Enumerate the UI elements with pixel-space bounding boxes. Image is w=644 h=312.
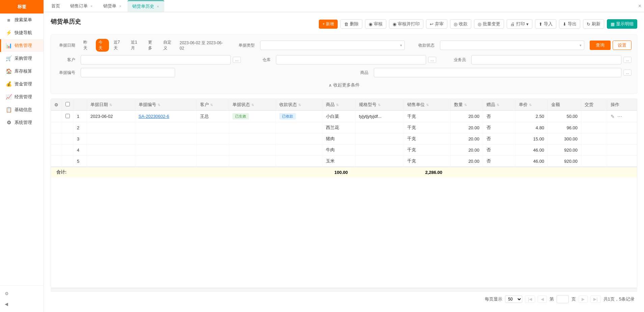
page-title: 销货单历史 (51, 18, 81, 26)
th-payment-status[interactable]: 收款状态 ⇅ (276, 99, 322, 111)
sidebar-item-quick-nav[interactable]: ⚡ 快捷导航 (0, 26, 44, 39)
sidebar-item-system-mgmt[interactable]: ⚙ 系统管理 (0, 116, 44, 129)
th-customer[interactable]: 客户 ⇅ (197, 99, 229, 111)
setting-button[interactable]: 设置 (613, 41, 632, 50)
th-doc-date[interactable]: 单据日期 ⇅ (87, 99, 135, 111)
th-spec-type[interactable]: 规格型号 ⇅ (355, 99, 404, 111)
content-area: 销货单历史 + 新增 🗑 删除 ◉ 审核 ◉ 审核并打印 ↩ 弃审 (44, 12, 644, 312)
print-button[interactable]: 🖨 打印 ▾ (507, 19, 532, 29)
sidebar-item-inventory[interactable]: 🏠 库存核算 (0, 65, 44, 78)
date-tag-custom[interactable]: 自定义 (161, 39, 177, 52)
date-tag-7days[interactable]: 近7天 (111, 39, 126, 52)
import-button[interactable]: ⬆ 导入 (535, 19, 556, 29)
warehouse-ellipsis[interactable]: ... (428, 57, 436, 63)
edit-icon[interactable]: ✎ (611, 114, 615, 119)
delete-button[interactable]: 🗑 删除 (340, 19, 362, 29)
gear-icon: ⚙ (5, 291, 9, 296)
salesperson-ellipsis[interactable]: ... (623, 57, 632, 63)
sidebar-item-search-menu[interactable]: ≡ 搜索菜单 (0, 14, 44, 26)
last-page-button[interactable]: ▶| (590, 295, 600, 303)
tab-sales-delivery-close[interactable]: × (118, 4, 122, 8)
td-payment-status (276, 156, 322, 167)
payment-status-wrapper (440, 41, 584, 50)
review-icon: ◉ (369, 22, 372, 27)
td-seq: 2 (74, 122, 87, 133)
first-page-button[interactable]: |◀ (525, 295, 535, 303)
td-goods: 玉米 (323, 156, 356, 167)
batch-change-button[interactable]: ◎ 批量变更 (474, 19, 504, 29)
date-tag-today[interactable]: 今天 (96, 39, 109, 52)
sidebar-item-purchase-mgmt[interactable]: 🛒 采购管理 (0, 52, 44, 65)
doc-type-label: 单据类型 (236, 43, 255, 48)
goods-ellipsis[interactable]: ... (623, 70, 632, 76)
filter-area: 单据日期 昨天 今天 近7天 近1月 更多 自定义 2023-06-02 至 2… (51, 34, 637, 94)
doc-no-input[interactable] (81, 68, 175, 77)
td-checkbox (62, 145, 74, 156)
sidebar-settings-btn[interactable]: ⚙ (0, 288, 44, 299)
sidebar-collapse-btn[interactable]: ◀ (0, 299, 44, 309)
tab-sales-order-close[interactable]: × (90, 4, 93, 8)
th-gear[interactable]: ⚙ (51, 99, 62, 111)
td-gift: 否 (483, 156, 515, 167)
tab-sales-order[interactable]: 销售订单 × (65, 0, 98, 12)
customer-ellipsis[interactable]: ... (233, 57, 241, 63)
discard-button[interactable]: ↩ 弃审 (426, 19, 447, 29)
tab-bar-close-all[interactable]: × (638, 3, 641, 9)
warehouse-input[interactable] (276, 55, 426, 64)
query-button[interactable]: 查询 (590, 41, 611, 50)
date-tag-1month[interactable]: 近1月 (128, 39, 143, 52)
tab-sales-history[interactable]: 销货单历史 × (128, 0, 164, 12)
th-doc-status[interactable]: 单据状态 ⇅ (229, 99, 276, 111)
sidebar-item-base-info[interactable]: 📋 基础信息 (0, 103, 44, 116)
td-spec-type: tyjytjytyjdf... (355, 111, 404, 122)
doc-no-link[interactable]: SA-20230602-6 (139, 114, 169, 119)
next-page-button[interactable]: ▶ (579, 295, 588, 303)
td-gift: 否 (483, 122, 515, 133)
new-button[interactable]: + 新增 (319, 20, 338, 29)
refresh-button[interactable]: ↻ 刷新 (583, 19, 604, 29)
collect-button[interactable]: ◎ 收款 (450, 19, 471, 29)
th-gift[interactable]: 赠品 ⇅ (483, 99, 515, 111)
horizontal-scrollbar[interactable] (51, 288, 637, 291)
sidebar-item-sales-mgmt[interactable]: 📊 销售管理 (0, 39, 44, 52)
th-sale-unit[interactable]: 销售单位 ⇅ (404, 99, 450, 111)
date-tag-more[interactable]: 更多 (145, 39, 159, 52)
export-button[interactable]: ⬇ 导出 (559, 19, 580, 29)
per-page-label: 每页显示 (485, 296, 502, 302)
td-qty: 20.00 (450, 111, 483, 122)
salesperson-input[interactable] (471, 55, 621, 64)
row-checkbox[interactable] (65, 114, 70, 118)
show-detail-button[interactable]: ▦ 显示明细 (607, 19, 637, 29)
payment-status-select[interactable] (440, 41, 584, 50)
goods-input[interactable] (374, 68, 621, 77)
review-print-button[interactable]: ◉ 审核并打印 (389, 19, 423, 29)
sidebar-item-label: 经营管理 (15, 94, 32, 100)
tab-sales-delivery[interactable]: 销货单 × (99, 0, 127, 12)
th-qty[interactable]: 数量 ⇅ (450, 99, 483, 111)
per-page-select[interactable]: 50 100 (505, 295, 522, 303)
more-icon[interactable]: ⋯ (617, 114, 622, 119)
sidebar-item-operations[interactable]: 📈 经营管理 (0, 90, 44, 103)
td-doc-status: 已生效 (229, 111, 276, 122)
tab-sales-history-close[interactable]: × (156, 4, 160, 9)
page-input[interactable]: 1 (557, 295, 569, 303)
td-amount: 96.00 (548, 122, 581, 133)
prev-page-button[interactable]: ◀ (538, 295, 547, 303)
table-row: 2 西兰花 千克 20.00 否 4.80 96.00 (51, 122, 637, 133)
date-tag-yesterday[interactable]: 昨天 (81, 39, 94, 52)
customer-input[interactable] (81, 55, 231, 64)
finance-icon: 💰 (6, 81, 12, 87)
sidebar-item-finance[interactable]: 💰 资金管理 (0, 78, 44, 90)
td-sale-unit: 千克 (404, 133, 450, 145)
th-unit-price[interactable]: 单价 ⇅ (515, 99, 548, 111)
select-all-checkbox[interactable] (65, 102, 70, 106)
tab-home[interactable]: 首页 (47, 0, 65, 12)
review-button[interactable]: ◉ 审核 (365, 19, 386, 29)
th-goods[interactable]: 商品 ⇅ (323, 99, 356, 111)
doc-type-select[interactable] (260, 41, 404, 50)
td-unit-price: 46.00 (515, 156, 548, 167)
th-doc-no[interactable]: 单据编号 ⇅ (135, 99, 197, 111)
td-amount: 50.00 (548, 111, 581, 122)
collapse-button[interactable]: ∧ 收起更多条件 (326, 81, 362, 89)
doc-no-field (81, 68, 339, 77)
